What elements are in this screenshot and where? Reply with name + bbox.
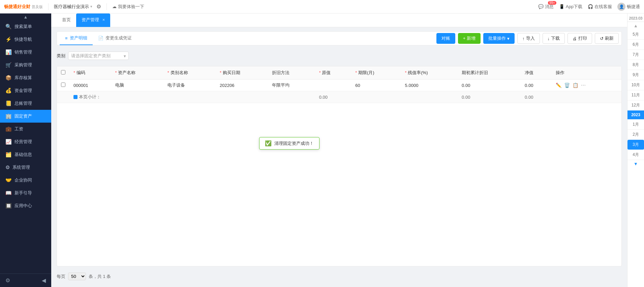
sub-tab-asset-detail[interactable]: ≡ 资产明细	[60, 32, 93, 45]
cal-month-12[interactable]: 12月	[627, 100, 644, 110]
sidebar-item-label: 快捷导航	[14, 36, 32, 42]
sidebar-item-basic-info[interactable]: 🗂️ 基础信息	[0, 148, 51, 161]
online-service-button[interactable]: 🎧 在线客服	[588, 4, 612, 10]
cal-month-5[interactable]: 5月	[627, 30, 644, 40]
row-checkbox-cell	[57, 79, 69, 91]
company-chevron-icon: ▾	[90, 4, 92, 9]
sidebar: ▲ 🔍 搜索菜单 ⚡ 快捷导航 📊 销售管理 🛒 采购管理 📦 库存核算 💰 资…	[0, 13, 51, 287]
sidebar-item-fixed-assets[interactable]: 🏢 固定资产	[0, 110, 51, 123]
tab-close-icon[interactable]: ×	[102, 17, 105, 22]
sidebar-settings-icon[interactable]: ⚙	[5, 277, 10, 284]
topbar-logo-wrap: 畅捷通好业财 普及版	[4, 4, 43, 10]
action-icons: ✏️ 🗑️ 📋 ⋯	[556, 83, 617, 88]
cal-month-2[interactable]: 2月	[627, 130, 644, 140]
import-label: 导入	[526, 35, 535, 41]
search-icon: 🔍	[5, 24, 12, 30]
sidebar-item-inventory[interactable]: 📦 库存核算	[0, 71, 51, 84]
user-avatar: 👤	[617, 3, 625, 11]
sidebar-item-search[interactable]: 🔍 搜索菜单	[0, 20, 51, 33]
cal-month-1[interactable]: 1月	[627, 120, 644, 130]
th-depreciation-method: 折旧方法	[268, 66, 315, 79]
company-settings-icon[interactable]: ⚙	[96, 3, 101, 10]
sidebar-item-guide[interactable]: 📖 新手引导	[0, 187, 51, 199]
cal-month-4[interactable]: 4月	[627, 150, 644, 160]
more-icon[interactable]: ⋯	[581, 83, 586, 88]
success-toast: ✅ 清理固定资产成功！	[259, 137, 319, 150]
download-button[interactable]: ↓ 下载	[543, 33, 565, 44]
subtotal-label-text: 本页小计：	[79, 94, 101, 100]
sub-tab-change-voucher[interactable]: 📄 变更生成凭证	[93, 32, 137, 45]
sidebar-item-purchase[interactable]: 🛒 采购管理	[0, 59, 51, 71]
import-button[interactable]: ↑ 导入	[517, 33, 540, 44]
row-period: 60	[351, 79, 401, 91]
import-icon: ↑	[522, 36, 525, 41]
sidebar-item-sales[interactable]: 📊 销售管理	[0, 46, 51, 59]
app-download-icon: 📱	[559, 4, 564, 9]
cal-month-11[interactable]: 11月	[627, 90, 644, 100]
calendar-nav-down[interactable]: ▼	[632, 160, 639, 168]
page-content: ≡ 资产明细 📄 变更生成凭证 对账 + 新增 批量操作	[51, 27, 627, 287]
th-net-value: 净值	[521, 66, 552, 79]
cal-year-2023[interactable]: 2023	[627, 110, 644, 120]
sidebar-item-operations[interactable]: 📈 经营管理	[0, 135, 51, 148]
cal-month-3-active[interactable]: 3月	[627, 140, 644, 150]
copy-icon[interactable]: 📋	[573, 83, 578, 88]
subtotal-initial: 0.00	[458, 91, 521, 103]
cal-month-10[interactable]: 10月	[627, 80, 644, 90]
cal-month-7[interactable]: 7月	[627, 50, 644, 60]
sidebar-item-funds[interactable]: 💰 资金管理	[0, 84, 51, 97]
success-icon: ✅	[265, 140, 272, 147]
row-initial-depreciation: 0.00	[458, 79, 521, 91]
edit-icon[interactable]: ✏️	[556, 83, 561, 88]
row-depreciation-method: 年限平均	[268, 79, 315, 91]
calendar-nav-up[interactable]: ▲	[632, 22, 639, 30]
sidebar-item-label: 固定资产	[14, 113, 32, 119]
refresh-button[interactable]: ↺ 刷新	[595, 33, 619, 44]
batch-ops-label: 批量操作	[488, 35, 506, 41]
messages-button[interactable]: 💬 消息 99+	[538, 4, 554, 10]
sidebar-item-appstore[interactable]: 🔲 应用中心	[0, 199, 51, 212]
sidebar-item-enterprise[interactable]: 🤝 企业协同	[0, 174, 51, 187]
sidebar-item-ledger[interactable]: 📒 总账管理	[0, 97, 51, 110]
th-name: * 资产名称	[111, 66, 163, 79]
filter-row: 类别 请选择固定资产类别	[57, 49, 622, 63]
app-download-button[interactable]: 📱 App下载	[559, 4, 582, 10]
feedback-button[interactable]: ☁ 我要体验一下	[112, 4, 144, 10]
sidebar-item-quick-nav[interactable]: ⚡ 快捷导航	[0, 33, 51, 46]
sidebar-item-label: 搜索菜单	[14, 24, 32, 30]
new-button[interactable]: + 新增	[458, 33, 481, 44]
sidebar-item-system[interactable]: ⚙ 系统管理	[0, 161, 51, 174]
change-voucher-icon: 📄	[98, 36, 103, 41]
new-label: + 新增	[463, 35, 476, 41]
sidebar-item-label: 基础信息	[14, 152, 32, 158]
th-period: * 期限(月)	[351, 66, 401, 79]
ledger-icon: 📒	[5, 100, 12, 106]
cal-month-9[interactable]: 9月	[627, 70, 644, 80]
user-menu[interactable]: 👤 畅捷通	[617, 3, 640, 11]
cal-month-8[interactable]: 8月	[627, 60, 644, 70]
tab-home[interactable]: 首页	[57, 13, 76, 27]
sidebar-scroll-up[interactable]: ▲	[0, 13, 51, 20]
download-icon: ↓	[548, 36, 550, 41]
cal-month-6[interactable]: 6月	[627, 40, 644, 50]
tab-asset-mgmt[interactable]: 资产管理 ×	[76, 13, 110, 27]
print-button[interactable]: 🖨 打印	[568, 33, 592, 44]
reconcile-button[interactable]: 对账	[436, 33, 455, 44]
messages-icon: 💬	[538, 4, 544, 9]
company-selector[interactable]: 医疗器械行业演示 ▾	[54, 4, 92, 10]
pagination: 每页 50 10 20 100 条，共 1 条	[57, 270, 622, 283]
topbar-right: 💬 消息 99+ 📱 App下载 🎧 在线客服 👤 畅捷通	[538, 3, 640, 11]
filter-category-select[interactable]: 请选择固定资产类别	[68, 52, 129, 60]
sidebar-item-payroll[interactable]: 💼 工资	[0, 123, 51, 135]
th-actions: 操作	[552, 66, 621, 79]
batch-ops-button[interactable]: 批量操作 ▾	[483, 33, 515, 44]
delete-icon[interactable]: 🗑️	[564, 83, 570, 88]
sidebar-item-label: 资金管理	[14, 88, 32, 94]
refresh-icon: ↺	[600, 36, 604, 41]
reconcile-label: 对账	[441, 35, 450, 41]
per-page-select[interactable]: 50 10 20 100	[68, 273, 86, 280]
select-all-checkbox[interactable]	[61, 70, 65, 74]
sub-tab-change-voucher-label: 变更生成凭证	[105, 35, 132, 41]
sidebar-collapse-icon[interactable]: ◀	[42, 277, 46, 284]
row-checkbox[interactable]	[61, 83, 65, 87]
